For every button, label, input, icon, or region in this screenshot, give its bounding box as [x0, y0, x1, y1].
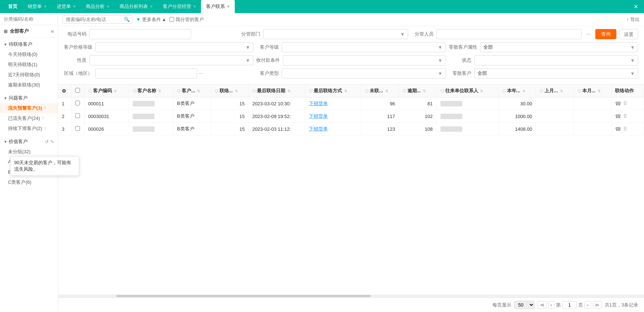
- close-sales-tab[interactable]: ×: [44, 4, 47, 9]
- tab-customer-contact[interactable]: 客户联系 ×: [201, 0, 235, 13]
- refresh-icon[interactable]: ↺: [45, 139, 49, 145]
- sort-icon-type[interactable]: ⇅: [197, 89, 200, 93]
- action-contact-icon[interactable]: ☎: [615, 101, 621, 106]
- select-all-checkbox[interactable]: [75, 88, 80, 93]
- tab-sales[interactable]: 销货单 ×: [23, 0, 52, 13]
- sidebar-item-today[interactable]: 今天待联络(0): [0, 49, 58, 60]
- page-next-btn[interactable]: ›: [584, 301, 591, 309]
- action-contact-icon[interactable]: ☎: [615, 126, 621, 132]
- tab-analysis-list[interactable]: 商品分析列表 ×: [114, 0, 158, 13]
- my-customers-checkbox[interactable]: [169, 17, 174, 22]
- sidebar-item-churned[interactable]: 已流失客户(24) ?: [0, 113, 58, 123]
- sort-icon-last-month[interactable]: ⇅: [560, 89, 563, 93]
- more-conditions-btn[interactable]: ▼ 更多条件 ▲: [136, 16, 166, 23]
- close-customer-layers-tab[interactable]: ×: [193, 4, 196, 9]
- my-customers-filter[interactable]: 我分管的客户: [169, 16, 204, 23]
- row-checkbox[interactable]: [71, 97, 84, 110]
- sidebar-group-pending-title[interactable]: ▼ 待联络客户: [0, 39, 58, 49]
- dept-select[interactable]: ▼: [263, 29, 408, 39]
- payment-select[interactable]: ▼: [283, 55, 446, 65]
- window-close-button[interactable]: ✕: [631, 3, 641, 10]
- tab-home[interactable]: 首页: [3, 0, 23, 13]
- zero-attr-select[interactable]: 全部 ▼: [480, 42, 638, 52]
- sort-icon-contacts-person[interactable]: ⇅: [480, 89, 483, 93]
- pin-icon-unlisted: ⬡: [365, 89, 370, 93]
- close-customer-contact-tab[interactable]: ×: [227, 4, 230, 9]
- sidebar-item-7days[interactable]: 近7天待联络(0): [0, 70, 58, 80]
- chevron-up-icon: ▲: [162, 17, 166, 22]
- sort-icon-overdue[interactable]: ⇅: [423, 89, 426, 93]
- sidebar-item-churn-warning[interactable]: 流失预警客户(3) ?: [0, 103, 58, 113]
- sidebar-collapse-icon[interactable]: «: [51, 28, 54, 35]
- action-more-icon[interactable]: ⠿: [623, 126, 627, 132]
- sidebar-item-ungroup[interactable]: 未分组(32): [0, 147, 58, 157]
- pin-icon-this-year: ⬡: [502, 89, 507, 93]
- sidebar-item-declining[interactable]: 持续下滑客户(2) ?: [0, 123, 58, 134]
- sidebar-search-area: 🔍: [0, 13, 58, 25]
- sidebar-item-class-c[interactable]: C类客户(6): [0, 177, 58, 187]
- pin-icon-name: ⬡: [133, 89, 137, 93]
- sidebar-all-customers[interactable]: ⊞ 全部客户 «: [0, 25, 58, 38]
- more-options-btn-row1[interactable]: ···: [585, 31, 592, 37]
- action-more-icon[interactable]: ⠿: [623, 113, 627, 119]
- region-more-btn[interactable]: ···: [197, 70, 205, 77]
- close-purchase-tab[interactable]: ×: [73, 4, 76, 9]
- page-last-btn[interactable]: ⊳: [593, 301, 602, 309]
- sort-icon-this-year[interactable]: ⇅: [522, 89, 525, 93]
- action-contact-icon[interactable]: ☎: [615, 113, 621, 119]
- horizontal-scrollbar[interactable]: [58, 295, 644, 297]
- table-row: 1 000011 B类客户 15 2023-03-02 10:30: 下销货单 …: [58, 97, 644, 110]
- close-analysis-list-tab[interactable]: ×: [150, 4, 153, 9]
- page-size-select[interactable]: 50 100 200: [514, 301, 535, 309]
- sidebar-group-value-title[interactable]: ▼ 价值客户 ↺ ✎: [0, 137, 58, 147]
- gender-select[interactable]: ▼: [89, 55, 253, 65]
- page-first-btn[interactable]: ⊲: [538, 301, 547, 309]
- page-prev-btn[interactable]: ‹: [548, 301, 555, 309]
- sort-icon-code[interactable]: ⇅: [114, 89, 117, 93]
- row-checkbox[interactable]: [71, 110, 84, 123]
- row-select-checkbox[interactable]: [75, 126, 80, 131]
- filter-row-4: 区域（地区） ··· 客户类型 ▼ 零散客户 全部 ▼: [64, 68, 638, 78]
- export-button[interactable]: ↑ 导出: [627, 16, 640, 23]
- tab-customer-layers[interactable]: 客户分层经营 ×: [158, 0, 201, 13]
- phone-input[interactable]: [89, 29, 191, 39]
- tab-purchase[interactable]: 进货单 ×: [52, 0, 81, 13]
- row-select-checkbox[interactable]: [75, 113, 80, 118]
- search-button-icon[interactable]: 🔍: [124, 17, 130, 22]
- sort-icon-name[interactable]: ⇅: [158, 89, 161, 93]
- search-input[interactable]: [66, 17, 124, 22]
- row-checkbox[interactable]: [71, 123, 84, 135]
- scrollbar-thumb[interactable]: [116, 295, 371, 297]
- grid-icon: ⊞: [4, 29, 8, 34]
- close-analysis-tab[interactable]: ×: [107, 4, 109, 9]
- col-header-contact: ⬡ 联络... ⇅: [211, 85, 249, 97]
- tab-analysis[interactable]: 商品分析 ×: [81, 0, 114, 13]
- payment-arrow: ▼: [438, 58, 443, 63]
- sort-icon-contact[interactable]: ⇅: [235, 89, 238, 93]
- query-button[interactable]: 查询: [595, 29, 616, 39]
- sidebar-item-overdue-contact[interactable]: 逾期未联络(30): [0, 80, 58, 90]
- sort-icon-this-month[interactable]: ⇅: [597, 89, 600, 93]
- person-input[interactable]: [436, 29, 582, 39]
- page-number-input[interactable]: [562, 301, 577, 309]
- price-grade-select[interactable]: ▼: [95, 42, 253, 52]
- status-select[interactable]: ▼: [474, 55, 638, 65]
- edit-icon[interactable]: ✎: [50, 139, 54, 145]
- sort-icon-last-method[interactable]: ⇅: [344, 89, 347, 93]
- sort-icon-unlisted[interactable]: ⇅: [385, 89, 388, 93]
- settings-button[interactable]: 设置: [619, 29, 638, 39]
- sidebar-group-problem-title[interactable]: ▼ 问题客户: [0, 93, 58, 103]
- sidebar-item-tomorrow[interactable]: 明天待联络(1): [0, 60, 58, 70]
- action-more-icon[interactable]: ⠿: [623, 101, 627, 106]
- sidebar-search-input[interactable]: [4, 16, 58, 22]
- filter-row-1: 电话号码 分管部门 ▼ 分管人员 ··· 查询 设置: [64, 29, 638, 39]
- sort-icon-last-date[interactable]: ⇅: [287, 89, 290, 93]
- region-input[interactable]: [95, 68, 197, 78]
- checkbox-column-header[interactable]: [71, 85, 84, 97]
- row-select-checkbox[interactable]: [75, 101, 80, 105]
- customer-type-select[interactable]: ▼: [282, 68, 446, 78]
- filter-payment: 收付款条件 ▼: [256, 55, 446, 65]
- zero-customer-select[interactable]: 全部 ▼: [474, 68, 638, 78]
- settings-column-header[interactable]: ⚙: [58, 85, 71, 97]
- grade-select[interactable]: ▼: [282, 42, 446, 52]
